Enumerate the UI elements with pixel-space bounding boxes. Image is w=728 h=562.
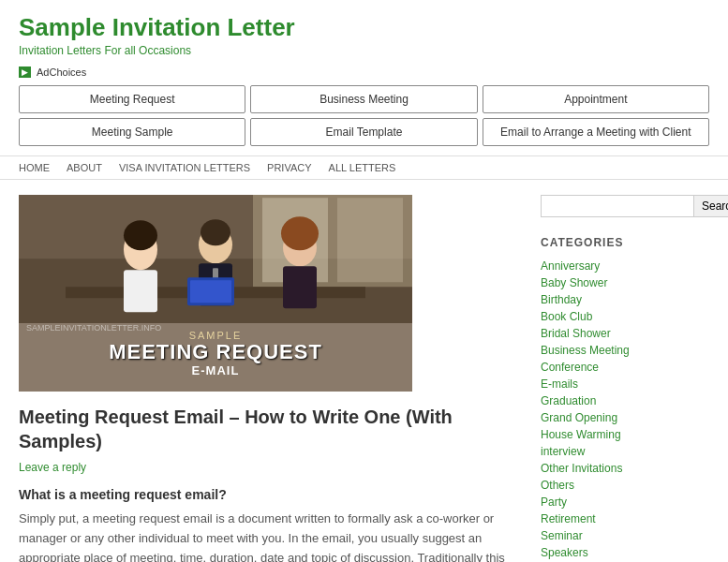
ad-button-5[interactable]: Email to Arrange a Meeting with Client [483, 118, 709, 146]
watermark: SAMPLEINVITATIONLETTER.INFO [26, 323, 161, 333]
search-input[interactable] [541, 195, 694, 217]
main-layout: SAMPLEINVITATIONLETTER.INFO SAMPLE MEETI… [0, 180, 728, 562]
categories-title: CATEGORIES [541, 236, 709, 249]
category-link[interactable]: interview [541, 445, 585, 458]
list-item: Grand Opening [541, 410, 709, 424]
list-item: Birthday [541, 292, 709, 306]
main-nav: HOME ABOUT VISA INVITATION LETTERS PRIVA… [0, 155, 728, 180]
ad-icon: ▶ [19, 67, 31, 78]
category-link[interactable]: Seminar [541, 529, 583, 542]
list-item: Baby Shower [541, 275, 709, 289]
svg-rect-7 [124, 270, 157, 312]
list-item: Others [541, 478, 709, 492]
svg-point-8 [124, 220, 157, 250]
ad-buttons-container: Meeting Request Business Meeting Appoint… [0, 81, 728, 155]
ad-button-1[interactable]: Business Meeting [250, 85, 477, 113]
categories-list: AnniversaryBaby ShowerBirthdayBook ClubB… [541, 259, 709, 559]
list-item: Party [541, 495, 709, 509]
svg-point-15 [281, 216, 319, 250]
nav-privacy[interactable]: PRIVACY [267, 162, 311, 173]
category-link[interactable]: Retirement [541, 512, 596, 525]
nav-about[interactable]: ABOUT [67, 162, 102, 173]
list-item: E-mails [541, 377, 709, 391]
list-item: Seminar [541, 528, 709, 542]
content-area: SAMPLEINVITATIONLETTER.INFO SAMPLE MEETI… [19, 195, 522, 562]
article-title: Meeting Request Email – How to Write One… [19, 405, 522, 453]
category-link[interactable]: Book Club [541, 310, 592, 323]
list-item: Anniversary [541, 259, 709, 273]
site-subtitle: Invitation Letters For all Occasions [19, 44, 709, 57]
category-link[interactable]: Speakers [541, 546, 588, 559]
category-link[interactable]: Conference [541, 361, 599, 374]
ad-button-2[interactable]: Appointment [483, 85, 709, 113]
ad-button-4[interactable]: Email Template [250, 118, 477, 146]
list-item: Other Invitations [541, 461, 709, 475]
svg-rect-4 [337, 198, 403, 282]
categories-section: CATEGORIES AnniversaryBaby ShowerBirthda… [541, 236, 709, 559]
list-item: interview [541, 444, 709, 458]
category-link[interactable]: Grand Opening [541, 411, 617, 424]
image-overlay: SAMPLEINVITATIONLETTER.INFO SAMPLE MEETI… [19, 316, 412, 392]
search-box: Search [541, 195, 709, 217]
site-header: Sample Invitation Letter Invitation Lett… [0, 0, 728, 63]
article-body: Simply put, a meeting request email is a… [19, 510, 522, 562]
ad-button-3[interactable]: Meeting Sample [19, 118, 245, 146]
list-item: Book Club [541, 309, 709, 323]
featured-image: SAMPLEINVITATIONLETTER.INFO SAMPLE MEETI… [19, 195, 412, 392]
ad-button-0[interactable]: Meeting Request [19, 85, 245, 113]
list-item: Speakers [541, 545, 709, 559]
list-item: Graduation [541, 393, 709, 407]
list-item: Business Meeting [541, 343, 709, 357]
nav-all-letters[interactable]: ALL LETTERS [329, 162, 396, 173]
category-link[interactable]: Other Invitations [541, 462, 622, 475]
main-image-label: MEETING REQUEST [33, 341, 398, 363]
ad-choices-text: AdChoices [37, 67, 86, 78]
category-link[interactable]: Graduation [541, 394, 596, 407]
category-link[interactable]: Others [541, 479, 574, 492]
category-link[interactable]: Party [541, 495, 567, 509]
category-link[interactable]: Baby Shower [541, 276, 607, 289]
nav-home[interactable]: HOME [19, 162, 50, 173]
nav-visa[interactable]: VISA INVITATION LETTERS [119, 162, 250, 173]
article-subtitle: What is a meeting request email? [19, 487, 522, 502]
search-button[interactable]: Search [694, 195, 728, 217]
category-link[interactable]: E-mails [541, 377, 578, 391]
category-link[interactable]: Bridal Shower [541, 327, 611, 340]
list-item: Bridal Shower [541, 326, 709, 340]
list-item: Conference [541, 360, 709, 374]
category-link[interactable]: House Warming [541, 428, 621, 441]
category-link[interactable]: Birthday [541, 293, 582, 306]
svg-rect-14 [283, 266, 317, 308]
site-title[interactable]: Sample Invitation Letter [19, 13, 295, 41]
leave-reply-link[interactable]: Leave a reply [19, 461, 522, 474]
list-item: House Warming [541, 427, 709, 441]
svg-rect-17 [190, 280, 231, 303]
category-link[interactable]: Business Meeting [541, 344, 630, 357]
list-item: Retirement [541, 511, 709, 525]
sidebar: Search CATEGORIES AnniversaryBaby Shower… [541, 195, 709, 562]
sub-image-label: E-MAIL [33, 363, 398, 377]
ad-bar: ▶ AdChoices [0, 63, 728, 81]
category-link[interactable]: Anniversary [541, 259, 600, 273]
svg-point-11 [201, 219, 230, 245]
